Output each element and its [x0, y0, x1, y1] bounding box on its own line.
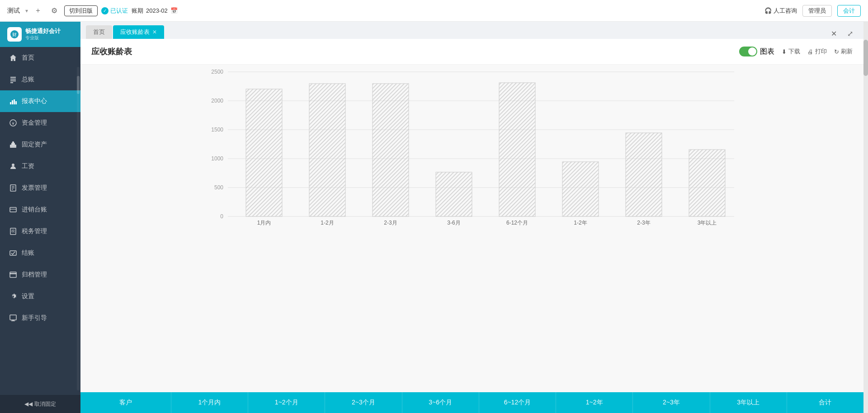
svg-text:0: 0: [220, 213, 223, 220]
svg-rect-6: [10, 102, 11, 104]
logo-text: 畅捷通好会计: [25, 28, 61, 35]
chart-toggle[interactable]: 图表: [739, 47, 774, 56]
svg-text:2000: 2000: [211, 98, 223, 104]
svg-text:6-12个月: 6-12个月: [506, 220, 528, 226]
switch-old-version-button[interactable]: 切到旧版: [64, 5, 98, 16]
col-3-6month: 3~6个月: [402, 392, 479, 413]
toggle-track[interactable]: [739, 47, 757, 56]
svg-rect-14: [12, 141, 14, 143]
col-1-2month: 1~2个月: [248, 392, 325, 413]
refresh-button[interactable]: ↻ 刷新: [834, 47, 853, 56]
sidebar-logo: 财 畅捷通好会计 专业版: [0, 22, 80, 47]
certified-icon: ✓: [101, 7, 108, 14]
print-button[interactable]: 🖨 打印: [807, 47, 827, 56]
refresh-icon: ↻: [834, 48, 839, 55]
refresh-label: 刷新: [841, 47, 853, 56]
manager-button[interactable]: 管理员: [802, 5, 832, 17]
sidebar-scroll: 首页 总账 报表中心 ¥ 资金管理: [0, 47, 80, 395]
tab-ar-aging[interactable]: 应收账龄表 ✕: [113, 25, 164, 39]
certified-label: 已认证: [110, 7, 128, 15]
sidebar-item-fixed-assets[interactable]: 固定资产: [0, 134, 80, 155]
svg-text:1-2年: 1-2年: [574, 220, 587, 226]
sidebar-item-settings[interactable]: 设置: [0, 286, 80, 307]
col-6-12month: 6~12个月: [479, 392, 556, 413]
tab-home[interactable]: 首页: [86, 25, 112, 39]
company-dropdown-icon[interactable]: ▾: [25, 8, 28, 14]
bar-6-12月: [499, 83, 535, 216]
main-scrollbar[interactable]: [863, 22, 868, 413]
consult-button[interactable]: 🎧 人工咨询: [764, 7, 797, 15]
sidebar-item-guide-label: 新手引导: [22, 314, 47, 322]
main-scrollbar-thumb: [863, 40, 868, 76]
sidebar-item-fixed-assets-label: 固定资产: [22, 141, 47, 149]
col-customer: 客户: [80, 392, 171, 413]
sidebar-item-fund-label: 资金管理: [22, 119, 47, 127]
tab-home-label: 首页: [93, 28, 105, 36]
company-name: 测试: [7, 7, 20, 15]
sidebar-item-tax[interactable]: 税 税务管理: [0, 221, 80, 242]
chart-table-wrapper: 0 500 1000 1500 2000 2500: [80, 65, 863, 413]
bar-2-3年: [626, 133, 662, 216]
logo-sub: 专业版: [25, 35, 61, 41]
svg-rect-3: [10, 79, 16, 80]
period-info: 账期 2023-02 📅: [132, 7, 178, 15]
table-header: 客户 1个月内 1~2个月 2~3个月 3~6个月 6~12个月 1~2年 2~…: [80, 392, 863, 413]
sidebar-item-report-center[interactable]: 报表中心: [0, 90, 80, 112]
svg-text:3年以上: 3年以上: [698, 220, 717, 226]
pin-icon: ◀◀: [24, 401, 33, 407]
col-3year-plus: 3年以上: [710, 392, 787, 413]
calendar-icon[interactable]: 📅: [170, 7, 178, 14]
top-bar: 测试 ▾ ＋ ⚙ 切到旧版 ✓ 已认证 账期 2023-02 📅 🎧 人工咨询 …: [0, 0, 868, 22]
accountant-button[interactable]: 会计: [837, 5, 861, 17]
top-bar-left: 测试 ▾ ＋ ⚙ 切到旧版 ✓ 已认证 账期 2023-02 📅: [7, 5, 178, 17]
sidebar-item-payroll[interactable]: 工资: [0, 155, 80, 177]
svg-text:2-3月: 2-3月: [384, 220, 397, 226]
sidebar-item-settlement[interactable]: 结账: [0, 242, 80, 264]
headset-icon: 🎧: [764, 7, 772, 14]
svg-rect-20: [10, 207, 16, 212]
sidebar-item-fund-management[interactable]: ¥ 资金管理: [0, 112, 80, 134]
tax-icon: 税: [9, 227, 17, 235]
page-title: 应收账龄表: [91, 46, 739, 57]
svg-text:¥: ¥: [11, 121, 14, 126]
download-button[interactable]: ⬇ 下载: [782, 47, 800, 56]
cancel-fixed-button[interactable]: ◀◀ 取消固定: [0, 395, 80, 413]
sidebar-item-home[interactable]: 首页: [0, 47, 80, 69]
settings-sidebar-icon: [9, 292, 17, 300]
svg-text:1-2月: 1-2月: [321, 220, 334, 226]
tab-expand-button[interactable]: ⤢: [844, 27, 856, 40]
sidebar-item-invoice-label: 发票管理: [22, 184, 47, 192]
svg-rect-8: [14, 99, 15, 104]
bar-3年以上: [689, 150, 725, 216]
sidebar-item-general-ledger[interactable]: 总账: [0, 69, 80, 90]
download-label: 下载: [788, 47, 800, 56]
settlement-icon: [9, 249, 17, 257]
bar-2-3月: [373, 84, 409, 216]
sidebar-item-invoice[interactable]: 发票管理: [0, 177, 80, 199]
top-bar-right: 🎧 人工咨询 管理员 会计: [764, 5, 861, 17]
bar-1-2年: [562, 162, 599, 216]
col-2-3year: 2~3年: [633, 392, 710, 413]
logo-icon: 财: [7, 27, 22, 42]
svg-text:500: 500: [214, 184, 223, 191]
sidebar-item-tax-label: 税务管理: [22, 227, 47, 235]
tab-bar: 首页 应收账龄表 ✕ ✕ ⤢: [80, 22, 863, 39]
svg-text:1500: 1500: [211, 127, 223, 133]
sidebar-scrollbar: [77, 67, 80, 390]
report-icon: [9, 97, 17, 105]
cancel-fixed-label: 取消固定: [34, 400, 56, 408]
settings-icon[interactable]: ⚙: [48, 5, 61, 17]
tab-close-icon[interactable]: ✕: [152, 29, 157, 35]
home-icon: [9, 54, 17, 62]
sidebar-item-home-label: 首页: [22, 54, 34, 62]
sidebar-item-purchase-sales-label: 进销台账: [22, 206, 47, 214]
page-header: 应收账龄表 图表 ⬇ 下载 🖨 打印: [80, 39, 863, 65]
tab-close-button[interactable]: ✕: [827, 27, 840, 40]
sidebar-item-purchase-sales[interactable]: 进销台账: [0, 199, 80, 221]
sidebar-item-beginner-guide[interactable]: 新手引导: [0, 307, 80, 329]
chart-toggle-label: 图表: [760, 47, 774, 56]
add-button[interactable]: ＋: [32, 5, 44, 17]
sidebar-item-settlement-label: 结账: [22, 249, 34, 257]
bar-3-6月: [436, 172, 472, 216]
sidebar-item-archive[interactable]: 归档管理: [0, 264, 80, 286]
